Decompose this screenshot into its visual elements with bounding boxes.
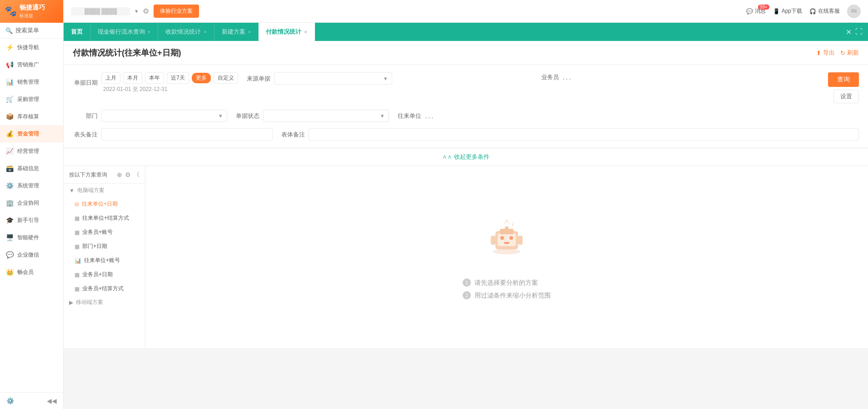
sidebar-item-purchase[interactable]: 🛒 采购管理 — [0, 91, 63, 108]
scheme-item-staff-account[interactable]: ▦ 业务员+账号 — [64, 225, 145, 239]
tab-payment-stats[interactable]: 付款情况统计 × — [259, 23, 314, 41]
sidebar-item-basic-info[interactable]: 🗃️ 基础信息 — [0, 160, 63, 177]
collapse-sidebar-icon[interactable]: ◀◀ — [47, 397, 57, 404]
tab-close-new-scheme[interactable]: × — [248, 29, 251, 35]
search-icon: 🔍 — [5, 27, 13, 34]
dept-filter-label: 部门 — [73, 112, 98, 120]
sidebar-item-enterprise[interactable]: 🏢 企业协同 — [0, 194, 63, 212]
app-download-btn[interactable]: 📱 App下载 — [773, 7, 802, 15]
source-select[interactable]: ▾ — [274, 72, 392, 85]
collapse-panel-icon[interactable]: 《 — [134, 171, 140, 179]
settings-scheme-icon[interactable]: ⚙ — [125, 171, 131, 178]
page-header-actions: ⬆ 导出 ↻ 刷新 — [816, 49, 859, 57]
sales-icon: 📊 — [5, 78, 14, 86]
content-area: 按以下方案查询 ⊕ ⚙ 《 ▼ 电脑端方案 ⊙ 往来单位+日期 — [64, 166, 868, 348]
tab-collection-stats[interactable]: 收款情况统计 × — [158, 23, 214, 41]
this-month-btn[interactable]: 本月 — [123, 72, 142, 84]
message-icon: 💬 — [746, 8, 753, 15]
finance-icon: 💰 — [5, 130, 14, 138]
last-7-days-btn[interactable]: 近7天 — [167, 72, 189, 84]
dropdown-arrow-icon[interactable]: ▾ — [135, 8, 138, 15]
empty-hint: 1 请先选择要分析的方案 2 用过滤条件来缩小分析范围 — [463, 276, 551, 302]
tab-close-bank-flow[interactable]: × — [148, 29, 150, 35]
empty-hint-1: 1 请先选择要分析的方案 — [463, 276, 551, 289]
svg-point-4 — [509, 236, 513, 240]
trial-btn[interactable]: 体验行业方案 — [154, 5, 199, 18]
staff-select[interactable]: ... — [563, 72, 572, 82]
scheme-item-dept-date[interactable]: ▦ 部门+日期 — [64, 239, 145, 253]
tab-new-scheme[interactable]: 新建方案 × — [215, 23, 259, 41]
sidebar-item-system[interactable]: ⚙️ 系统管理 — [0, 177, 63, 194]
sidebar-item-sales[interactable]: 📊 销售管理 — [0, 73, 63, 91]
sidebar-item-quick-nav[interactable]: ⚡ 快捷导航 — [0, 39, 63, 56]
service-icon: 🎧 — [809, 8, 816, 15]
scheme-panel-title: 按以下方案查询 — [69, 171, 107, 179]
scheme-item-staff-date[interactable]: ▦ 业务员+日期 — [64, 268, 145, 282]
note-body-input[interactable] — [309, 128, 859, 141]
operations-icon: 📈 — [5, 147, 14, 155]
partner-select[interactable]: ... — [425, 111, 434, 121]
collapse-icon: ∧∧ — [442, 153, 454, 160]
marketing-icon: 📢 — [5, 61, 14, 69]
dept-select[interactable]: ▾ — [101, 110, 227, 122]
topbar-right: 💬 消息 99+ 📱 App下载 🎧 在线客服 Rit — [746, 5, 861, 18]
tab-bank-flow[interactable]: 现金银行流水查询 × — [90, 23, 158, 41]
sidebar-footer: ⚙️ ◀◀ — [0, 392, 63, 409]
sidebar-item-member[interactable]: 👑 畅会员 — [0, 263, 63, 281]
guide-icon: 🎓 — [5, 216, 14, 224]
tabbar: 首页 现金银行流水查询 × 收款情况统计 × 新建方案 × 付款情况统计 × ✕… — [64, 23, 868, 41]
query-btn[interactable]: 查询 — [828, 72, 859, 87]
sidebar-item-inventory[interactable]: 📦 库存核算 — [0, 108, 63, 125]
svg-rect-7 — [505, 227, 509, 230]
add-scheme-icon[interactable]: ⊕ — [117, 171, 122, 178]
mobile-category[interactable]: ▶ 移动端方案 — [64, 296, 145, 309]
online-service-btn[interactable]: 🎧 在线客服 — [809, 7, 840, 15]
sidebar: 🐾 畅捷通巧 标准版 🔍 搜索菜单 ⚡ 快捷导航 📢 营销推广 📊 销售管理 🛒… — [0, 0, 64, 409]
source-filter-label: 来源单据 — [245, 75, 270, 83]
this-year-btn[interactable]: 本年 — [145, 72, 164, 84]
topbar-gear-icon[interactable]: ⚙ — [143, 7, 149, 15]
sidebar-item-operations[interactable]: 📈 经营管理 — [0, 142, 63, 160]
hint-num-2: 2 — [463, 291, 471, 299]
settings-btn[interactable]: 设置 — [833, 90, 859, 103]
page-title: 付款情况统计(往来单位+日期) — [73, 47, 181, 58]
custom-date-btn[interactable]: 自定义 — [214, 72, 238, 84]
sidebar-nav: ⚡ 快捷导航 📢 营销推广 📊 销售管理 🛒 采购管理 📦 库存核算 💰 资金管… — [0, 39, 63, 392]
sidebar-item-weixin[interactable]: 💬 企业微信 — [0, 246, 63, 263]
collapse-conditions-btn[interactable]: ∧∧ 收起更多条件 — [64, 148, 868, 166]
note-head-label: 表头备注 — [73, 131, 98, 139]
user-avatar[interactable]: Rit — [847, 5, 861, 18]
settings-footer-icon[interactable]: ⚙️ — [6, 397, 14, 404]
sidebar-item-marketing[interactable]: 📢 营销推广 — [0, 56, 63, 73]
hint-num-1: 1 — [463, 278, 471, 287]
refresh-btn[interactable]: ↻ 刷新 — [840, 49, 859, 57]
export-btn[interactable]: ⬆ 导出 — [816, 49, 835, 57]
svg-line-11 — [507, 220, 509, 224]
close-all-tabs-icon[interactable]: ✕ — [846, 28, 852, 36]
more-date-btn[interactable]: 更多 — [192, 73, 211, 83]
sidebar-item-hardware[interactable]: 🖥️ 智能硬件 — [0, 229, 63, 246]
svg-point-0 — [493, 249, 520, 254]
sidebar-item-guide[interactable]: 🎓 新手引导 — [0, 212, 63, 229]
maximize-icon[interactable]: ⛶ — [855, 28, 863, 36]
partner-filter-label: 往来单位 — [396, 112, 421, 120]
scheme-item-staff-settle[interactable]: ▦ 业务员+结算方式 — [64, 282, 145, 296]
scheme-panel: 按以下方案查询 ⊕ ⚙ 《 ▼ 电脑端方案 ⊙ 往来单位+日期 — [64, 166, 145, 348]
sidebar-search[interactable]: 🔍 搜索菜单 — [0, 23, 63, 39]
status-select[interactable]: ▾ — [263, 110, 389, 122]
svg-line-10 — [504, 220, 507, 224]
scheme-item-partner-settle[interactable]: ▦ 往来单位+结算方式 — [64, 211, 145, 225]
tab-close-collection-stats[interactable]: × — [204, 29, 206, 35]
sidebar-item-finance[interactable]: 💰 资金管理 — [0, 125, 63, 142]
tab-close-payment-stats[interactable]: × — [304, 29, 307, 35]
scheme-item-partner-date[interactable]: ⊙ 往来单位+日期 — [64, 197, 145, 211]
desktop-category[interactable]: ▼ 电脑端方案 — [64, 184, 145, 197]
tab-home[interactable]: 首页 — [64, 23, 90, 41]
scheme-table-icon-3: ▦ — [75, 243, 80, 250]
last-month-btn[interactable]: 上月 — [101, 72, 120, 84]
message-btn[interactable]: 💬 消息 99+ — [746, 7, 766, 15]
filter-section: 单据日期 上月 本月 本年 近7天 更多 自定义 2022-01-01 至 20… — [64, 65, 868, 148]
scheme-item-partner-account[interactable]: 📊 往来单位+账号 — [64, 253, 145, 268]
note-head-input[interactable] — [101, 128, 273, 141]
status-filter-label: 单据状态 — [234, 112, 259, 120]
